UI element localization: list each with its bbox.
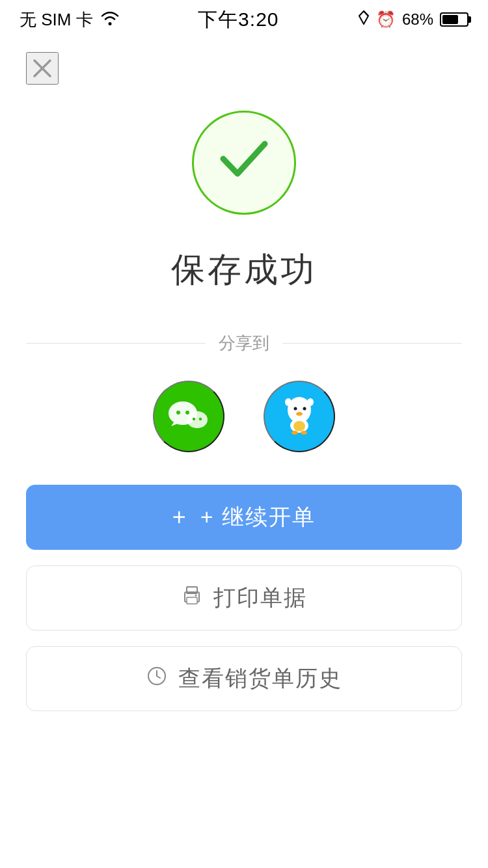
print-button[interactable]: 打印单据 [26,565,462,631]
svg-point-17 [301,431,307,435]
qq-icon [282,396,317,437]
divider-right [282,343,462,344]
status-bar: 无 SIM 卡 下午3:20 ⏰ 68% [0,0,488,39]
svg-point-12 [303,407,306,411]
share-section: 分享到 [26,332,462,452]
svg-point-15 [293,421,305,431]
status-left: 无 SIM 卡 [20,8,119,31]
continue-button[interactable]: + + 继续开单 [26,485,462,550]
wifi-icon [101,10,119,30]
plus-icon: + [172,504,187,531]
svg-point-3 [187,411,208,428]
print-label: 打印单据 [213,583,307,613]
location-icon [358,10,370,29]
close-button[interactable] [26,52,59,85]
share-wechat-button[interactable] [153,381,224,452]
continue-label: + 继续开单 [200,502,316,532]
svg-point-23 [195,595,197,597]
battery-indicator [440,12,468,27]
alarm-icon: ⏰ [376,10,396,29]
success-indicator [192,111,296,215]
svg-rect-21 [187,597,197,604]
svg-point-16 [291,431,298,435]
close-icon [31,57,54,80]
battery-percent: 68% [402,10,433,29]
svg-point-13 [296,412,303,416]
svg-point-4 [176,411,180,414]
status-time: 下午3:20 [198,7,278,33]
history-button[interactable]: 查看销货单历史 [26,646,462,711]
checkmark-icon [218,136,270,190]
svg-point-6 [193,418,195,420]
svg-point-19 [307,398,314,406]
clock-icon [146,665,168,692]
sim-status: 无 SIM 卡 [20,8,93,31]
status-right: ⏰ 68% [358,10,468,29]
history-label: 查看销货单历史 [178,664,342,694]
share-qq-button[interactable] [264,381,335,452]
svg-point-7 [199,418,202,420]
printer-icon [181,584,203,612]
share-icons-row [26,381,462,452]
svg-point-5 [185,411,189,414]
share-label: 分享到 [219,332,269,355]
main-content: 保存成功 分享到 [0,39,488,737]
action-buttons: + + 继续开单 打印单据 查看销货单历史 [26,485,462,711]
wechat-icon [167,399,210,434]
svg-point-11 [294,407,297,411]
share-divider: 分享到 [26,332,462,355]
success-title: 保存成功 [171,247,317,293]
divider-left [26,343,206,344]
svg-point-18 [285,398,291,406]
